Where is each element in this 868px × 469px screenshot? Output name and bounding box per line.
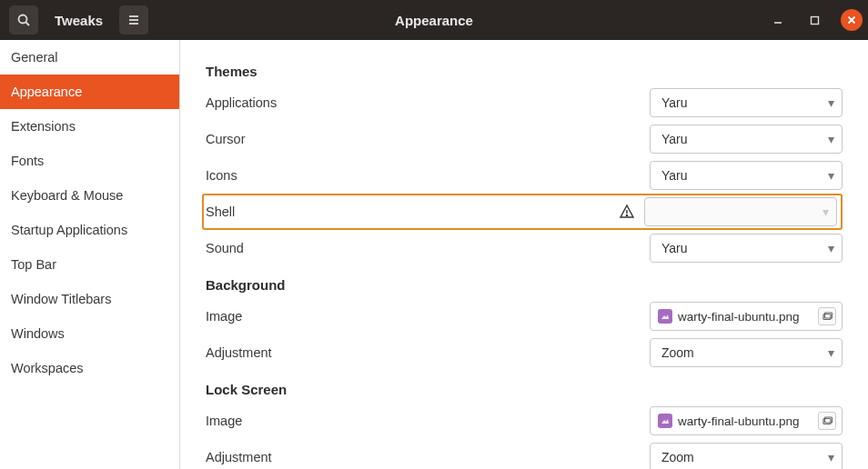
filechooser-background-image[interactable]: warty-final-ubuntu.png — [650, 302, 843, 331]
sidebar-item-label: Extensions — [11, 119, 76, 134]
image-icon — [658, 414, 672, 428]
dropdown-lockscreen-adjustment[interactable]: Zoom ▾ — [650, 443, 843, 469]
sidebar-item-fonts[interactable]: Fonts — [0, 144, 179, 178]
sidebar-item-label: Keyboard & Mouse — [11, 188, 123, 203]
sidebar-item-appearance[interactable]: Appearance — [0, 75, 179, 109]
open-icon — [818, 307, 836, 325]
chevron-down-icon: ▾ — [828, 450, 834, 464]
sidebar-item-extensions[interactable]: Extensions — [0, 109, 179, 144]
dropdown-value: Yaru — [661, 168, 828, 183]
dropdown-value: Zoom — [661, 345, 828, 360]
chevron-down-icon: ▾ — [828, 345, 834, 360]
dropdown-cursor[interactable]: Yaru ▾ — [650, 125, 843, 154]
warning-icon — [619, 204, 635, 220]
row-icons: Icons Yaru ▾ — [206, 157, 843, 194]
sidebar-item-label: Appearance — [11, 85, 82, 99]
label-lockscreen-adjustment: Adjustment — [206, 450, 272, 464]
sidebar-item-label: Windows — [11, 326, 65, 341]
hamburger-icon — [126, 13, 141, 27]
sidebar-item-label: Window Titlebars — [11, 292, 111, 306]
sidebar-item-general[interactable]: General — [0, 40, 179, 75]
sidebar-item-startup-applications[interactable]: Startup Applications — [0, 213, 179, 247]
file-name: warty-final-ubuntu.png — [678, 310, 812, 324]
row-cursor: Cursor Yaru ▾ — [206, 121, 843, 157]
label-icons: Icons — [206, 168, 237, 183]
label-background-adjustment: Adjustment — [206, 345, 272, 360]
row-background-image: Image warty-final-ubuntu.png — [206, 298, 843, 334]
maximize-icon — [810, 15, 820, 25]
dropdown-icons[interactable]: Yaru ▾ — [650, 161, 843, 190]
close-button[interactable] — [841, 9, 863, 31]
open-icon — [818, 412, 836, 430]
sidebar-item-label: General — [11, 50, 58, 65]
dropdown-sound[interactable]: Yaru ▾ — [650, 234, 843, 263]
sidebar-item-window-titlebars[interactable]: Window Titlebars — [0, 282, 179, 316]
label-lockscreen-image: Image — [206, 414, 242, 428]
dropdown-value: Yaru — [661, 95, 828, 110]
row-lockscreen-adjustment: Adjustment Zoom ▾ — [206, 439, 843, 469]
chevron-down-icon: ▾ — [828, 241, 834, 255]
sidebar-item-windows[interactable]: Windows — [0, 316, 179, 351]
label-background-image: Image — [206, 309, 242, 324]
menu-button[interactable] — [119, 5, 148, 35]
sidebar-item-label: Fonts — [11, 154, 44, 168]
sidebar-item-label: Top Bar — [11, 257, 56, 272]
dropdown-applications[interactable]: Yaru ▾ — [650, 88, 843, 117]
sidebar-item-top-bar[interactable]: Top Bar — [0, 247, 179, 282]
sidebar-item-label: Workspaces — [11, 361, 84, 375]
svg-point-0 — [19, 15, 27, 24]
sidebar: General Appearance Extensions Fonts Keyb… — [0, 40, 180, 469]
label-shell: Shell — [206, 205, 235, 219]
file-name: warty-final-ubuntu.png — [678, 414, 812, 428]
row-lockscreen-image: Image warty-final-ubuntu.png — [206, 403, 843, 439]
chevron-down-icon: ▾ — [823, 205, 829, 219]
label-sound: Sound — [206, 241, 244, 255]
sidebar-item-label: Startup Applications — [11, 223, 127, 237]
page-title: Appearance — [395, 13, 473, 28]
section-title-themes: Themes — [206, 64, 843, 79]
filechooser-lockscreen-image[interactable]: warty-final-ubuntu.png — [650, 406, 843, 435]
maximize-button[interactable] — [804, 10, 824, 30]
search-button[interactable] — [9, 5, 38, 35]
close-icon — [847, 15, 856, 25]
svg-line-1 — [26, 23, 30, 26]
main-content: Themes Applications Yaru ▾ Cursor Yaru ▾… — [180, 40, 868, 469]
minimize-button[interactable] — [768, 10, 788, 30]
row-applications: Applications Yaru ▾ — [206, 85, 843, 121]
dropdown-background-adjustment[interactable]: Zoom ▾ — [650, 338, 843, 367]
search-icon — [16, 13, 31, 27]
dropdown-value: Yaru — [661, 132, 828, 146]
svg-point-10 — [626, 215, 627, 215]
label-cursor: Cursor — [206, 132, 246, 146]
dropdown-shell: ▾ — [644, 197, 837, 226]
dropdown-value: Zoom — [661, 450, 828, 464]
label-applications: Applications — [206, 95, 277, 110]
chevron-down-icon: ▾ — [828, 95, 834, 110]
dropdown-value: Yaru — [661, 241, 828, 255]
sidebar-item-keyboard-mouse[interactable]: Keyboard & Mouse — [0, 178, 179, 213]
minimize-icon — [772, 15, 783, 25]
row-shell: Shell ▾ — [202, 194, 843, 230]
chevron-down-icon: ▾ — [828, 168, 834, 183]
section-title-lockscreen: Lock Screen — [206, 382, 843, 397]
svg-rect-6 — [811, 16, 818, 24]
titlebar: Tweaks Appearance — [0, 0, 868, 40]
sidebar-item-workspaces[interactable]: Workspaces — [0, 351, 179, 385]
chevron-down-icon: ▾ — [828, 132, 834, 146]
row-background-adjustment: Adjustment Zoom ▾ — [206, 334, 843, 371]
app-name: Tweaks — [55, 13, 103, 28]
section-title-background: Background — [206, 277, 843, 293]
image-icon — [658, 309, 672, 324]
row-sound: Sound Yaru ▾ — [206, 230, 843, 266]
